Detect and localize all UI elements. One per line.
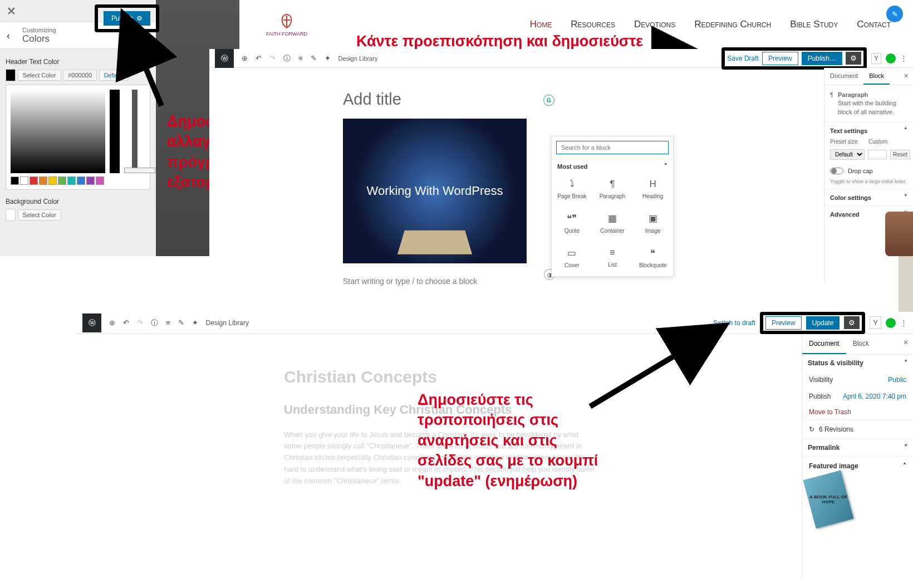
inserter-item[interactable]: ≡List [592,242,633,276]
back-icon[interactable]: ‹ [7,30,10,42]
jetpack-icon[interactable] [886,318,896,328]
settings-gear-button[interactable]: ⚙ [844,316,860,329]
reset-button[interactable]: Reset [890,150,910,159]
chevron-up-icon[interactable]: ˄ [904,359,907,367]
writing-prompt[interactable]: Start writing or type / to choose a bloc… [343,277,477,286]
inserter-item[interactable]: HHeading [632,173,673,207]
add-block-icon[interactable]: ⊕ [242,54,248,62]
save-draft-link[interactable]: Save Draft [727,55,759,62]
bg-select-color-button[interactable]: Select Color [18,209,61,220]
close-sidebar-icon[interactable]: ✕ [899,68,913,85]
publish-date-label: Publish [809,393,831,400]
revisions-label[interactable]: 6 Revisions [819,425,853,433]
visibility-value[interactable]: Public [888,376,906,384]
add-block-icon[interactable]: ⊕ [109,318,115,327]
inserter-item[interactable]: ⤵Page Break [552,173,592,207]
palette-swatch[interactable] [20,177,28,185]
palette-swatch[interactable] [58,177,66,185]
default-button[interactable]: Default [99,70,129,81]
info-icon[interactable]: ⓘ [283,53,291,63]
palette-swatch[interactable] [39,177,47,185]
nav-item[interactable]: Resources [571,19,615,30]
redo-icon[interactable]: ↷ [137,318,143,327]
grammarly-icon[interactable]: G [543,95,554,106]
design-library-label[interactable]: Design Library [338,55,378,62]
palette-swatch[interactable] [67,177,76,185]
close-icon[interactable]: ✕ [0,0,22,22]
design-library-icon[interactable]: ✦ [192,318,198,327]
undo-icon[interactable]: ↶ [123,318,129,327]
palette-swatch[interactable] [48,177,57,185]
nav-item[interactable]: Devotions [634,19,675,30]
redo-icon[interactable]: ↷ [269,54,276,62]
inserter-item[interactable]: ❝❞Quote [552,207,592,242]
palette-swatch[interactable] [96,177,104,185]
design-library-icon[interactable]: ✦ [325,54,331,62]
chevron-down-icon[interactable]: ˅ [904,194,907,201]
nav-item[interactable]: Bible Study [790,19,838,30]
publish-page-button[interactable]: Publish… [802,52,842,65]
undo-icon[interactable]: ↶ [256,54,262,62]
title-placeholder[interactable]: Add title [343,90,555,109]
outline-icon[interactable]: ≡ [298,54,303,62]
dropcap-toggle[interactable] [830,168,843,174]
publish-button[interactable]: Publish ⚙ [104,11,150,26]
nav-item[interactable]: Redefining Church [694,19,771,30]
saturation-picker[interactable] [11,90,105,173]
preset-size-select[interactable]: Default [830,149,865,160]
palette-swatch[interactable] [30,177,38,185]
more-icon[interactable]: ⋮ [900,54,907,62]
chevron-up-icon[interactable]: ˄ [903,462,906,470]
preview-button[interactable]: Preview [762,52,798,65]
yoast-icon[interactable]: Y [871,53,881,64]
tools-icon[interactable]: ✎ [311,54,317,62]
hex-input[interactable]: #000000 [63,70,97,81]
hue-slider[interactable] [110,90,120,173]
chevron-up-icon[interactable]: ˄ [664,163,667,170]
settings-gear-button[interactable]: ⚙ [846,52,861,65]
inserter-item[interactable]: ▣Image [632,207,673,242]
select-color-button[interactable]: Select Color [18,70,61,81]
bg-swatch[interactable] [6,209,16,221]
chevron-up-icon[interactable]: ˄ [904,127,907,134]
update-button[interactable]: Update [806,316,840,330]
palette-swatch[interactable] [77,177,85,185]
outline-icon[interactable]: ≡ [166,318,170,327]
info-icon[interactable]: ⓘ [151,318,158,328]
preview-button[interactable]: Preview [765,316,802,330]
permalink-label: Permalink [808,444,840,452]
inserter-item[interactable]: ❝Blockquote [632,242,673,276]
current-swatch[interactable] [6,69,16,81]
inserter-item[interactable]: ▦Container [592,207,633,242]
tab-block[interactable]: Block [846,334,876,354]
palette-swatch[interactable] [86,177,95,185]
move-to-trash-link[interactable]: Move to Trash [802,405,913,419]
more-icon[interactable]: ⋮ [900,318,907,327]
chevron-down-icon[interactable]: ˅ [904,444,907,452]
nav-item[interactable]: Contact [857,19,891,30]
arrow-annotation-3 [590,334,713,412]
yoast-icon[interactable]: Y [870,316,881,329]
design-library-label[interactable]: Design Library [206,319,249,327]
edit-icon[interactable]: ✎ [886,6,903,22]
close-sidebar-icon[interactable]: ✕ [899,334,913,354]
publish-date-value[interactable]: April 6, 2020 7:40 pm [843,393,906,400]
inserter-item[interactable]: ¶Paragraph [592,173,633,207]
tab-document[interactable]: Document [802,334,846,354]
tab-document[interactable]: Document [824,68,863,85]
wordpress-icon[interactable]: ⓦ [82,313,101,332]
wordpress-icon[interactable]: ⓦ [215,49,234,68]
hero-image[interactable]: Working With WordPress [343,119,527,263]
decorative-mug [885,212,913,256]
tools-icon[interactable]: ✎ [178,318,184,327]
page-title[interactable]: Christian Concepts [284,367,596,386]
inserter-item[interactable]: ▭Cover [552,242,592,276]
custom-size-input[interactable] [868,150,887,159]
palette-swatch[interactable] [11,177,19,185]
tab-block[interactable]: Block [863,68,890,85]
switch-to-draft-link[interactable]: Switch to draft [713,319,755,327]
nav-item[interactable]: Home [530,19,552,30]
block-search-input[interactable] [556,141,669,154]
featured-image-thumb[interactable]: A BOOK FULL OF HOPE [803,470,854,528]
jetpack-icon[interactable] [886,53,896,63]
